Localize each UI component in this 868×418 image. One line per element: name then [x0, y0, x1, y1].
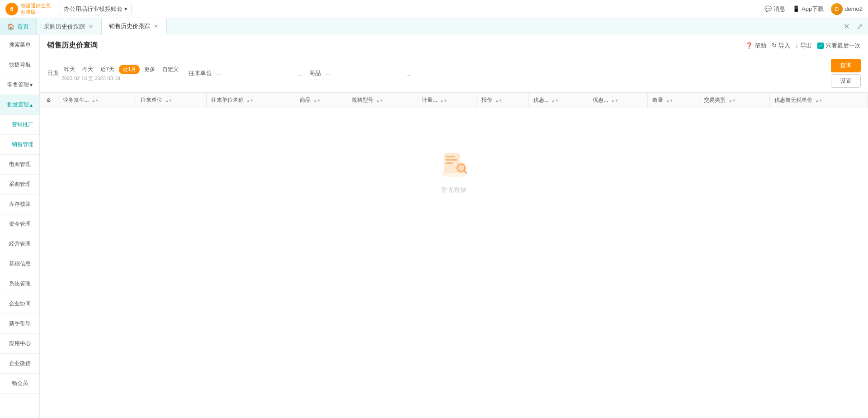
empty-icon — [436, 144, 472, 180]
date-buttons: 昨天 今天 近7天 近1月 更多 自定义 — [61, 65, 181, 74]
date-btn-1month[interactable]: 近1月 — [119, 65, 140, 74]
export-icon: ↓ — [796, 42, 799, 49]
sort-icon: ▲▼ — [440, 99, 448, 103]
col-product[interactable]: 商品 ▲▼ — [295, 93, 347, 108]
close-sales-tab[interactable]: ✕ — [153, 23, 159, 29]
empty-text: 暂无数据 — [441, 186, 467, 194]
col-discount1[interactable]: 优惠... ▲▼ — [528, 93, 588, 108]
sidebar-item-sales-mgmt[interactable]: 销售管理 — [0, 135, 39, 155]
query-button[interactable]: 查询 — [831, 59, 861, 72]
close-all-tabs-btn[interactable]: ✕ — [842, 21, 851, 32]
col-discount2[interactable]: 优惠... ▲▼ — [588, 93, 648, 108]
date-btn-custom[interactable]: 自定义 — [160, 65, 181, 74]
product-dots: ... — [406, 70, 411, 77]
sidebar-item-operations[interactable]: 经营管理 — [0, 234, 39, 254]
sort-icon: ▲▼ — [165, 99, 172, 103]
svg-rect-4 — [446, 162, 453, 164]
sort-icon: ▲▼ — [92, 99, 99, 103]
filter-bar: 日期 昨天 今天 近7天 近1月 更多 自定义 2023-02-18 至 202… — [40, 54, 868, 93]
tab-home[interactable]: 🏠 首页 — [0, 18, 37, 35]
sort-icon: ▲▼ — [376, 99, 383, 103]
col-gear[interactable]: ⚙ — [40, 93, 58, 108]
col-pre-tax-price[interactable]: 优惠前无税单价 ▲▼ — [769, 93, 868, 108]
date-btn-7days[interactable]: 近7天 — [98, 65, 117, 74]
import-icon: ↻ — [772, 42, 777, 49]
user-action[interactable]: D demo2 — [831, 3, 863, 15]
help-action[interactable]: ❓ 帮助 — [745, 42, 766, 50]
partner-filter-group: 往来单位 ... — [189, 68, 302, 78]
shortcuts-label: 快捷导航 — [9, 61, 31, 69]
sort-icon: ▲▼ — [495, 99, 502, 103]
tab-sales-history[interactable]: 销售历史价跟踪 ✕ — [102, 18, 167, 35]
col-spec[interactable]: 规格型号 ▲▼ — [347, 93, 417, 108]
help-icon: ❓ — [745, 42, 753, 49]
sidebar-item-beginner[interactable]: 新手引导 — [0, 314, 39, 334]
table-header-row: ⚙ 业务发生... ▲▼ 往来单位 ▲▼ 往来单位名称 ▲▼ — [40, 93, 868, 108]
logo-icon: 6 — [5, 3, 18, 15]
only-last-checkbox[interactable]: ✓ — [817, 43, 824, 49]
col-partner-name[interactable]: 往来单位名称 ▲▼ — [206, 93, 295, 108]
product-label: 商品 — [309, 69, 321, 77]
col-partner-code[interactable]: 往来单位 ▲▼ — [136, 93, 207, 108]
import-action[interactable]: ↻ 导入 — [772, 42, 790, 50]
app-selector[interactable]: 办公用品行业模拟账套 ▾ — [60, 3, 132, 15]
partner-label: 往来单位 — [189, 69, 212, 77]
message-icon: 💬 — [764, 5, 772, 12]
wholesale-label: 批发管理 — [7, 101, 29, 109]
chevron-down-icon: ▾ — [30, 82, 33, 88]
date-btn-today[interactable]: 今天 — [80, 65, 96, 74]
sidebar-item-ecommerce[interactable]: 电商管理 — [0, 155, 39, 175]
col-trade-type[interactable]: 交易类型 ▲▼ — [699, 93, 770, 108]
product-input[interactable] — [324, 68, 403, 78]
col-unit[interactable]: 计量... ▲▼ — [417, 93, 477, 108]
export-action[interactable]: ↓ 导出 — [796, 42, 812, 50]
sidebar-item-basic-info[interactable]: 基础信息 — [0, 254, 39, 274]
partner-input[interactable] — [215, 68, 294, 78]
col-biz-date[interactable]: 业务发生... ▲▼ — [58, 93, 136, 108]
col-qty[interactable]: 数量 ▲▼ — [647, 93, 699, 108]
logo-text: 畅捷通好生意 标准版 — [21, 3, 51, 14]
header-left: 6 畅捷通好生意 标准版 办公用品行业模拟账套 ▾ — [5, 3, 132, 15]
table-header: ⚙ 业务发生... ▲▼ 往来单位 ▲▼ 往来单位名称 ▲▼ — [40, 93, 868, 108]
retail-label: 零售管理 — [7, 81, 29, 89]
home-icon: 🏠 — [7, 23, 14, 30]
page-title: 销售历史价查询 — [47, 41, 98, 50]
search-menu-label: 搜索菜单 — [9, 41, 31, 49]
chevron-up-icon: ▴ — [30, 102, 33, 108]
close-purchase-tab[interactable]: ✕ — [88, 24, 94, 30]
settings-button[interactable]: 设置 — [831, 74, 861, 88]
avatar: D — [831, 3, 843, 15]
expand-tabs-btn[interactable]: ⤢ — [855, 21, 864, 32]
sidebar-item-system[interactable]: 系统管理 — [0, 274, 39, 294]
sidebar-item-search[interactable]: 搜索菜单 — [0, 35, 39, 55]
only-last-action[interactable]: ✓ 只看最后一次 — [817, 42, 861, 50]
sidebar-item-finance[interactable]: 资金管理 — [0, 214, 39, 234]
logo-area: 6 畅捷通好生意 标准版 — [5, 3, 51, 15]
sidebar-item-wholesale[interactable]: 批发管理 ▴ — [0, 95, 39, 115]
app-download-action[interactable]: 📱 App下载 — [793, 5, 824, 13]
tab-bar: 🏠 首页 采购历史价跟踪 ✕ 销售历史价跟踪 ✕ ✕ ⤢ — [0, 18, 868, 35]
tab-purchase-history[interactable]: 采购历史价跟踪 ✕ — [37, 18, 102, 35]
sidebar-item-member[interactable]: 畅会员 — [0, 374, 39, 394]
sort-icon: ▲▼ — [246, 99, 254, 103]
col-quote[interactable]: 报价 ▲▼ — [476, 93, 528, 108]
sort-icon: ▲▼ — [552, 99, 559, 103]
data-table: ⚙ 业务发生... ▲▼ 往来单位 ▲▼ 往来单位名称 ▲▼ — [40, 93, 868, 108]
sidebar-item-retail[interactable]: 零售管理 ▾ — [0, 75, 39, 95]
date-btn-more[interactable]: 更多 — [142, 65, 158, 74]
table-container: ⚙ 业务发生... ▲▼ 往来单位 ▲▼ 往来单位名称 ▲▼ — [40, 93, 868, 418]
sidebar-item-enterprise-wechat[interactable]: 企业微信 — [0, 354, 39, 374]
page-header: 销售历史价查询 ❓ 帮助 ↻ 导入 ↓ 导出 ✓ 只看最后一次 — [40, 35, 868, 54]
date-btn-yesterday[interactable]: 昨天 — [61, 65, 78, 74]
svg-rect-2 — [446, 156, 455, 157]
sidebar-item-purchase[interactable]: 采购管理 — [0, 175, 39, 195]
partner-dots: ... — [297, 70, 302, 77]
date-filter-group: 日期 昨天 今天 近7天 近1月 更多 自定义 2023-02-18 至 202… — [47, 65, 181, 82]
sidebar-item-app-center[interactable]: 应用中心 — [0, 334, 39, 354]
content-area: 销售历史价查询 ❓ 帮助 ↻ 导入 ↓ 导出 ✓ 只看最后一次 — [40, 35, 868, 418]
sidebar-item-shortcuts[interactable]: 快捷导航 — [0, 55, 39, 75]
sidebar-item-enterprise-collab[interactable]: 企业协同 — [0, 294, 39, 314]
sidebar-item-inventory[interactable]: 库存核算 — [0, 195, 39, 214]
message-action[interactable]: 💬 消息 — [764, 5, 785, 13]
sidebar-item-marketing[interactable]: 营销推广 — [0, 115, 39, 135]
